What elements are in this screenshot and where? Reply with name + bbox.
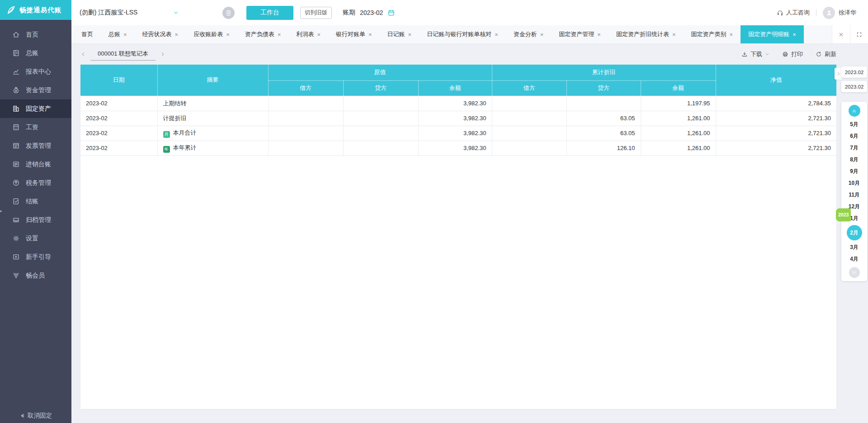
tab-close-icon[interactable]: × xyxy=(368,31,372,38)
sidebar-item-member[interactable]: 畅会员 xyxy=(0,266,71,285)
refresh-button[interactable]: 刷新 xyxy=(816,50,836,58)
sidebar-item-trade-ledger[interactable]: 进销台账 xyxy=(0,155,71,174)
months-scroll-up-button[interactable] xyxy=(849,105,860,117)
sidebar-collapse-handle[interactable]: ▸ xyxy=(0,209,2,213)
col-header-original-value[interactable]: 原值 xyxy=(268,65,492,80)
tab-balance-sheet[interactable]: 资产负债表× xyxy=(237,25,289,43)
tab-close-icon[interactable]: × xyxy=(175,31,179,38)
tab-close-icon[interactable]: × xyxy=(408,31,412,38)
cell-date: 2023-02 xyxy=(80,141,157,155)
tab-home[interactable]: 首页 xyxy=(74,25,101,43)
months-scroll-down-button[interactable] xyxy=(849,267,860,278)
tab-close-icon[interactable]: × xyxy=(597,31,601,38)
col-header-ov-balance[interactable]: 余额 xyxy=(418,80,492,96)
month-item[interactable]: 2月 xyxy=(847,225,862,240)
sidebar-item-general-ledger[interactable]: 总账 xyxy=(0,44,71,62)
col-header-net-value[interactable]: 净值 xyxy=(716,65,836,96)
tab-close-icon[interactable]: × xyxy=(730,31,733,38)
month-item[interactable]: 20231月 xyxy=(841,212,867,224)
month-label: 1月 xyxy=(850,215,859,221)
month-item[interactable]: 10月 xyxy=(841,177,867,189)
tab-close-icon[interactable]: × xyxy=(495,31,498,38)
avatar xyxy=(823,7,835,19)
month-item[interactable]: 5月 xyxy=(841,118,867,130)
clipboard-button[interactable] xyxy=(222,7,235,19)
table-row[interactable]: 2023-02计提折旧3,982.3063.051,261.002,721.30 xyxy=(80,111,836,126)
col-header-summary[interactable]: 摘要 xyxy=(157,65,268,96)
print-button[interactable]: 打印 xyxy=(782,50,803,58)
period-pill[interactable]: 2023.02 xyxy=(841,66,867,78)
sidebar-item-fixed-assets[interactable]: 固定资产 xyxy=(0,99,71,118)
sidebar-item-salary[interactable]: 工资 xyxy=(0,118,71,136)
workbench-button[interactable]: 工作台 xyxy=(246,6,293,20)
month-item[interactable]: 4月 xyxy=(841,253,867,265)
tab-general-ledger[interactable]: 总账× xyxy=(101,25,135,43)
calendar-icon[interactable] xyxy=(387,9,395,17)
sidebar-item-closing[interactable]: 结账 xyxy=(0,192,71,211)
tab-close-icon[interactable]: × xyxy=(540,31,544,38)
tab-operating-status[interactable]: 经营状况表× xyxy=(135,25,186,43)
tab-fund-analysis[interactable]: 资金分析× xyxy=(506,25,552,43)
member-icon xyxy=(12,272,20,279)
sidebar-unpin-button[interactable]: 取消固定 xyxy=(0,409,71,423)
tab-receivable-aging[interactable]: 应收账龄表× xyxy=(186,25,237,43)
tab-income-statement[interactable]: 利润表× xyxy=(288,25,328,43)
col-header-accumulated-depreciation[interactable]: 累计折旧 xyxy=(492,65,716,80)
sidebar-item-home[interactable]: 首页 xyxy=(0,25,71,44)
company-select[interactable]: (勿删) 江西服宝-LSS xyxy=(80,9,179,17)
switch-old-version-button[interactable]: 切到旧版 xyxy=(300,7,332,19)
cell-ov-debit xyxy=(268,111,343,126)
sidebar-item-settings[interactable]: 设置 xyxy=(0,229,71,248)
month-item[interactable]: 9月 xyxy=(841,165,867,177)
table-row[interactable]: 2023-02月本月合计3,982.3063.051,261.002,721.3… xyxy=(80,126,836,141)
tab-journal[interactable]: 日记账× xyxy=(380,25,420,43)
col-header-date[interactable]: 日期 xyxy=(80,65,157,96)
sidebar-item-report-center[interactable]: 报表中心 xyxy=(0,62,71,81)
next-asset-button[interactable] xyxy=(160,52,165,57)
support-link[interactable]: 人工咨询 xyxy=(777,9,810,17)
tab-close-icon[interactable]: × xyxy=(123,31,127,38)
month-item[interactable]: 7月 xyxy=(841,142,867,154)
cell-date: 2023-02 xyxy=(80,111,157,126)
month-item[interactable]: 11月 xyxy=(841,189,867,201)
cell-summary: 月本月合计 xyxy=(157,126,268,141)
col-header-ad-credit[interactable]: 贷方 xyxy=(566,80,641,96)
prev-asset-button[interactable] xyxy=(80,52,86,57)
sidebar-item-beginner-guide[interactable]: 新手引导 xyxy=(0,248,71,266)
tab-label: 固定资产折旧统计表 xyxy=(616,30,669,38)
tab-fixed-asset-management[interactable]: 固定资产管理× xyxy=(551,25,609,43)
asset-code-name[interactable]: 000001 联想笔记本 xyxy=(90,48,156,61)
sidebar-item-fund-management[interactable]: 资金管理 xyxy=(0,81,71,99)
tab-fa-detail-ledger[interactable]: 固定资产明细账× xyxy=(741,25,804,43)
user-menu[interactable]: 徐泽华 xyxy=(823,7,856,19)
fullscreen-button[interactable] xyxy=(850,25,868,43)
table-row[interactable]: 2023-02上期结转3,982.301,197.952,784.35 xyxy=(80,96,836,111)
month-item[interactable]: 3月 xyxy=(841,241,867,253)
sidebar-item-tax-management[interactable]: 税务管理 xyxy=(0,174,71,192)
tab-journal-bank-check[interactable]: 日记账与银行对账单核对× xyxy=(419,25,506,43)
tab-bank-statement[interactable]: 银行对账单× xyxy=(328,25,380,43)
tab-close-icon[interactable]: × xyxy=(226,31,230,38)
tab-close-icon[interactable]: × xyxy=(672,31,676,38)
tab-close-icon[interactable]: × xyxy=(317,31,321,38)
tab-close-icon[interactable]: × xyxy=(278,31,281,38)
cell-date: 2023-02 xyxy=(80,96,157,111)
download-button[interactable]: 下载 xyxy=(741,50,769,58)
sidebar-item-invoice-management[interactable]: 发票管理 xyxy=(0,136,71,155)
tab-fa-depreciation-stats[interactable]: 固定资产折旧统计表× xyxy=(609,25,684,43)
close-all-tabs-button[interactable] xyxy=(832,25,850,43)
sidebar-item-archive-management[interactable]: 归档管理 xyxy=(0,211,71,229)
tab-label: 经营状况表 xyxy=(142,30,172,38)
months: 5月6月7月8月9月10月11月12月20231月2月3月4月 xyxy=(841,118,867,265)
table-row[interactable]: 2023-02年本年累计3,982.30126.101,261.002,721.… xyxy=(80,141,836,155)
col-header-ad-debit[interactable]: 借方 xyxy=(492,80,566,96)
month-item[interactable]: 6月 xyxy=(841,130,867,142)
col-header-ov-credit[interactable]: 贷方 xyxy=(343,80,418,96)
tab-close-icon[interactable]: × xyxy=(793,31,796,38)
period-pill[interactable]: 2023.02 xyxy=(841,81,867,92)
tax-icon xyxy=(12,179,20,187)
col-header-ov-debit[interactable]: 借方 xyxy=(268,80,343,96)
tab-fa-category[interactable]: 固定资产类别× xyxy=(684,25,741,43)
col-header-ad-balance[interactable]: 余额 xyxy=(641,80,716,96)
month-item[interactable]: 8月 xyxy=(841,154,867,165)
